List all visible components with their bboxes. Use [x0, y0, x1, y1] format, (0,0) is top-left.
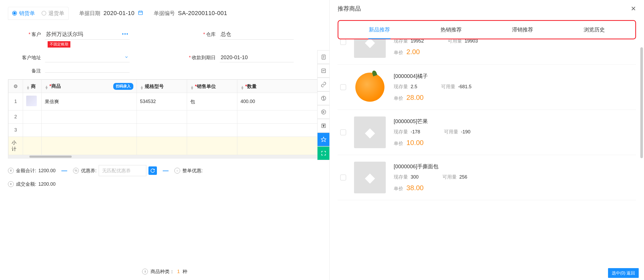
- table-row[interactable]: 3: [8, 124, 321, 137]
- total-amount: ¥ 金额合计: 1200.00: [8, 167, 56, 174]
- item-checkbox[interactable]: [340, 129, 346, 135]
- row-qty[interactable]: 400.00: [237, 93, 321, 110]
- toolbar-star-icon[interactable]: [317, 133, 329, 146]
- row-unit[interactable]: 包: [187, 93, 237, 110]
- recommend-list[interactable]: ◆ 250ml 现存量19952 可用量19903 单价2.00 [000000…: [330, 39, 644, 280]
- line-items-table: ⚙ ▲▼商 ▲▼*商品扫码录入 ▲▼规格型号 ▲▼*销售单位 ▲▼*数量 1 果…: [8, 79, 321, 158]
- warehouse-input[interactable]: 总仓: [220, 29, 294, 40]
- toolbar-link-icon[interactable]: [317, 78, 329, 91]
- coupon-icon: %: [73, 168, 79, 174]
- row-spec[interactable]: 534532: [137, 93, 187, 110]
- customer-label: *客户: [8, 31, 45, 38]
- whole-discount: ○ 整单优惠:: [174, 167, 203, 174]
- deal-amount: ✦ 成交金额: 1200.00: [8, 181, 56, 187]
- horizontal-scrollbar[interactable]: [8, 155, 321, 158]
- doc-date-label: 单据日期: [79, 10, 100, 17]
- item-checkbox[interactable]: [340, 39, 346, 45]
- row-product[interactable]: 果倍爽: [42, 93, 137, 110]
- addr-label: 客户地址: [8, 54, 45, 61]
- yen-icon: ¥: [8, 168, 14, 174]
- bottom-summary: i 商品种类： 1 种: [8, 268, 321, 275]
- customer-value: 苏州万达沃尔玛: [46, 31, 83, 38]
- toolbar-doc-icon[interactable]: [317, 50, 329, 64]
- col-unit[interactable]: ▲▼*销售单位: [187, 80, 237, 93]
- item-title: [0000005]芒果: [394, 118, 633, 125]
- row-index: 3: [8, 124, 23, 137]
- subtotal-row: 小计: [8, 137, 321, 155]
- row-thumb: [23, 93, 42, 110]
- tab-slow-moving[interactable]: 滞销推荐: [504, 21, 541, 39]
- product-image-placeholder: ◆: [354, 162, 386, 193]
- col-qty[interactable]: ▲▼*数量: [237, 80, 321, 93]
- tab-browse-history[interactable]: 浏览历史: [576, 21, 613, 39]
- scan-button[interactable]: 扫码录入: [113, 83, 133, 90]
- warehouse-value: 总仓: [221, 31, 231, 38]
- product-image-orange: [355, 73, 384, 102]
- vertical-toolbar: ¥: [317, 50, 329, 160]
- toolbar-chart-icon[interactable]: [317, 64, 329, 78]
- svg-text:¥: ¥: [322, 124, 324, 127]
- coupon-input[interactable]: 无匹配优惠券: [99, 165, 146, 176]
- product-image-placeholder: ◆: [354, 116, 386, 148]
- radio-icon: [12, 11, 17, 16]
- toolbar-currency-icon[interactable]: ¥: [317, 119, 329, 133]
- chevron-down-icon[interactable]: [124, 54, 129, 60]
- select-return-button[interactable]: 选中(0) 返回: [608, 268, 639, 278]
- list-item[interactable]: [0000004]橘子 现存量2.5 可用量-681.5 单价28.00: [338, 65, 636, 110]
- svg-marker-13: [321, 137, 326, 142]
- remark-input[interactable]: [45, 69, 130, 73]
- row-index: 2: [8, 110, 23, 124]
- tab-return[interactable]: 退货单: [42, 10, 64, 17]
- col-settings[interactable]: ⚙: [8, 80, 23, 93]
- col-spec[interactable]: ▲▼规格型号: [137, 80, 187, 93]
- tab-new-products[interactable]: 新品推荐: [361, 21, 398, 39]
- tab-return-label: 退货单: [48, 10, 64, 17]
- toolbar-bookmark-icon[interactable]: [317, 105, 329, 119]
- discount-icon: ○: [174, 168, 180, 174]
- tab-sale[interactable]: 销货单: [12, 10, 35, 17]
- product-image-placeholder: ◆: [354, 39, 386, 58]
- col-thumb[interactable]: ▲▼商: [23, 80, 42, 93]
- calendar-icon[interactable]: [138, 10, 143, 17]
- tab-sale-label: 销货单: [19, 10, 35, 17]
- doc-no-label: 单据编号: [154, 10, 175, 17]
- item-checkbox[interactable]: [340, 175, 346, 180]
- duedate-value: 2020-01-10: [221, 54, 248, 60]
- table-row[interactable]: 2: [8, 110, 321, 124]
- table-row[interactable]: 1 果倍爽 534532 包 400.00: [8, 93, 321, 110]
- list-item[interactable]: ◆ 250ml 现存量19952 可用量19903 单价2.00: [338, 39, 636, 65]
- subtotal-label: 小计: [8, 137, 23, 155]
- duedate-label: *收款到期日: [183, 54, 220, 61]
- doc-type-tabs: 销货单 退货单: [8, 7, 69, 20]
- minus-icon: —: [61, 167, 67, 174]
- item-title: [0000006]手撕面包: [394, 163, 633, 170]
- col-product[interactable]: ▲▼*商品扫码录入: [42, 80, 137, 93]
- period-badge: 不固定账期: [48, 41, 70, 48]
- doc-date-value[interactable]: 2020-01-10: [103, 10, 135, 17]
- addr-input[interactable]: [45, 53, 130, 62]
- list-item[interactable]: ◆ [0000006]手撕面包 现存量300 可用量256 单价38.00: [338, 155, 636, 200]
- coupon-field: % 优惠券: 无匹配优惠券: [73, 165, 157, 176]
- list-item[interactable]: ◆ [0000005]芒果 现存量-178 可用量-190 单价10.00: [338, 110, 636, 155]
- remark-label: 备注: [8, 68, 45, 74]
- tab-hot-sales[interactable]: 热销推荐: [433, 21, 470, 39]
- recommend-tabs: 新品推荐 热销推荐 滞销推荐 浏览历史: [338, 20, 636, 39]
- toolbar-expand-icon[interactable]: [317, 146, 329, 160]
- warehouse-label: *仓库: [183, 31, 220, 38]
- gear-icon: ⚙: [13, 84, 18, 89]
- more-icon[interactable]: •••: [122, 31, 129, 37]
- refresh-button[interactable]: [148, 166, 157, 175]
- toolbar-swap-icon[interactable]: [317, 91, 329, 105]
- radio-icon: [42, 11, 46, 16]
- item-checkbox[interactable]: [340, 84, 346, 90]
- customer-input[interactable]: 苏州万达沃尔玛 •••: [45, 29, 130, 40]
- info-icon: i: [142, 269, 148, 274]
- right-panel-title: 推荐商品: [338, 5, 361, 13]
- item-title: [0000004]橘子: [394, 73, 633, 80]
- close-icon[interactable]: ✕: [631, 5, 636, 12]
- deal-icon: ✦: [8, 181, 14, 187]
- duedate-input[interactable]: 2020-01-10: [220, 53, 294, 62]
- vertical-scrollbar[interactable]: [640, 47, 643, 158]
- product-thumb-icon: [26, 96, 37, 106]
- doc-no-value: SA-20200110-001: [178, 10, 227, 17]
